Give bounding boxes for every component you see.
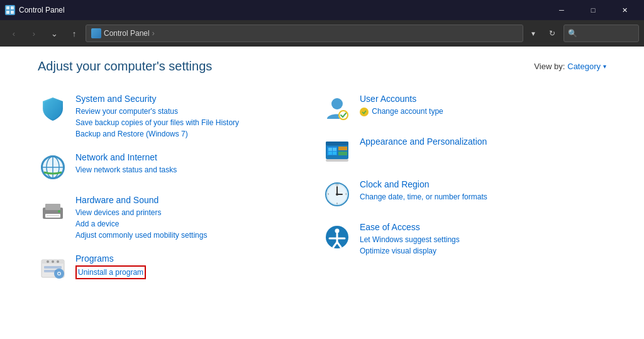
svg-point-21 [47,260,49,263]
category-programs: Programs Uninstall a program [38,248,322,291]
link-change-account-type[interactable]: Change account type [372,107,443,116]
page-title: Adjust your computer's settings [38,59,212,74]
ease-access-title[interactable]: Ease of Access [360,222,606,232]
category-system-security: System and Security Review your computer… [38,89,322,147]
refresh-button[interactable]: ↻ [543,25,561,42]
system-security-icon [38,94,68,124]
search-box[interactable]: 🔍 [564,25,639,42]
svg-point-23 [57,260,59,263]
network-internet-icon [38,152,68,182]
svg-rect-4 [11,11,14,14]
viewby-value[interactable]: Category [567,62,601,71]
category-network-internet: Network and Internet View network status… [38,147,322,190]
svg-point-29 [331,98,343,109]
link-uninstall-program[interactable]: Uninstall a program [75,265,146,279]
category-user-accounts: User Accounts Change account type [322,89,606,131]
svg-rect-37 [338,152,347,155]
svg-rect-41 [328,152,332,155]
addressbar: ‹ › ⌄ ↑ Control Panel › ▼ ↻ 🔍 [0,20,644,47]
close-button[interactable]: ✕ [610,0,639,20]
link-suggest-settings[interactable]: Let Windows suggest settings [360,234,606,245]
right-column: User Accounts Change account type [322,89,606,291]
svg-rect-1 [6,6,9,9]
svg-point-18 [58,210,60,213]
recent-locations-button[interactable]: ⌄ [45,25,63,42]
user-accounts-icon [322,94,352,124]
user-accounts-icon-inline: Change account type [360,106,606,117]
svg-rect-39 [328,148,332,151]
viewby-arrow[interactable]: ▾ [603,63,606,70]
link-file-history[interactable]: Save backup copies of your files with Fi… [75,117,322,128]
up-button[interactable]: ↑ [65,25,83,42]
system-security-title[interactable]: System and Security [75,94,322,104]
svg-rect-42 [333,152,336,155]
ease-access-icon [322,222,352,252]
category-ease-access: Ease of Access Let Windows suggest setti… [322,217,606,264]
clock-region-title[interactable]: Clock and Region [360,179,606,189]
minimize-button[interactable]: ─ [547,0,576,20]
category-hardware-sound: Hardware and Sound View devices and prin… [38,190,322,248]
ease-access-content: Ease of Access Let Windows suggest setti… [360,222,606,257]
svg-rect-34 [326,142,348,145]
programs-title[interactable]: Programs [75,253,322,264]
hardware-sound-title[interactable]: Hardware and Sound [75,195,322,205]
user-accounts-title[interactable]: User Accounts [360,94,606,104]
address-text: Control Panel [104,29,150,38]
svg-point-28 [58,273,60,275]
search-icon: 🔍 [568,29,577,38]
svg-rect-15 [45,204,60,210]
svg-point-32 [360,108,369,116]
system-security-content: System and Security Review your computer… [75,94,322,140]
link-devices-printers[interactable]: View devices and printers [75,207,322,218]
link-date-time[interactable]: Change date, time, or number formats [360,191,606,203]
clock-region-icon: 12 3 6 9 [322,179,352,209]
categories-grid: System and Security Review your computer… [38,89,606,291]
svg-rect-2 [11,6,14,9]
hardware-sound-icon [38,195,68,225]
link-add-device[interactable]: Add a device [75,218,322,230]
controlpanel-icon [91,28,101,38]
svg-rect-24 [44,266,62,269]
viewby-label: View by: [534,62,565,71]
appearance-content: Appearance and Personalization [360,136,606,148]
svg-point-53 [335,229,340,233]
viewby-control: View by: Category ▾ [534,62,606,71]
address-separator: › [152,29,155,38]
svg-rect-38 [326,159,348,162]
hardware-sound-content: Hardware and Sound View devices and prin… [75,195,322,241]
programs-icon [38,253,68,284]
maximize-button[interactable]: □ [579,0,608,20]
page-header: Adjust your computer's settings View by:… [38,59,606,74]
svg-point-22 [52,260,54,263]
network-internet-title[interactable]: Network and Internet [75,152,322,162]
programs-content: Programs Uninstall a program [75,253,322,279]
main-content: Adjust your computer's settings View by:… [0,47,644,339]
left-column: System and Security Review your computer… [38,89,322,291]
window-title: Control Panel [19,6,547,14]
back-button[interactable]: ‹ [5,25,23,42]
user-accounts-content: User Accounts Change account type [360,94,606,118]
link-optimize-display[interactable]: Optimize visual display [360,245,606,257]
appearance-title[interactable]: Appearance and Personalization [360,136,606,147]
svg-rect-36 [338,147,347,150]
address-dropdown-button[interactable]: ▼ [526,25,541,42]
app-icon [5,5,15,15]
network-internet-content: Network and Internet View network status… [75,152,322,175]
appearance-icon [322,136,352,167]
link-review-status[interactable]: Review your computer's status [75,106,322,117]
link-mobility-settings[interactable]: Adjust commonly used mobility settings [75,230,322,241]
svg-point-47 [336,193,338,196]
address-bar[interactable]: Control Panel › [86,25,523,42]
category-clock-region: 12 3 6 9 Clock and Region Change date, t… [322,174,606,217]
category-appearance: Appearance and Personalization [322,131,606,174]
svg-rect-3 [6,11,9,14]
link-network-status[interactable]: View network status and tasks [75,164,322,175]
svg-rect-17 [47,215,59,216]
svg-rect-40 [333,148,336,151]
svg-text:12: 12 [336,183,339,186]
forward-button[interactable]: › [25,25,43,42]
clock-region-content: Clock and Region Change date, time, or n… [360,179,606,203]
window-controls: ─ □ ✕ [547,0,639,20]
titlebar: Control Panel ─ □ ✕ [0,0,644,20]
link-backup-restore[interactable]: Backup and Restore (Windows 7) [75,128,322,140]
